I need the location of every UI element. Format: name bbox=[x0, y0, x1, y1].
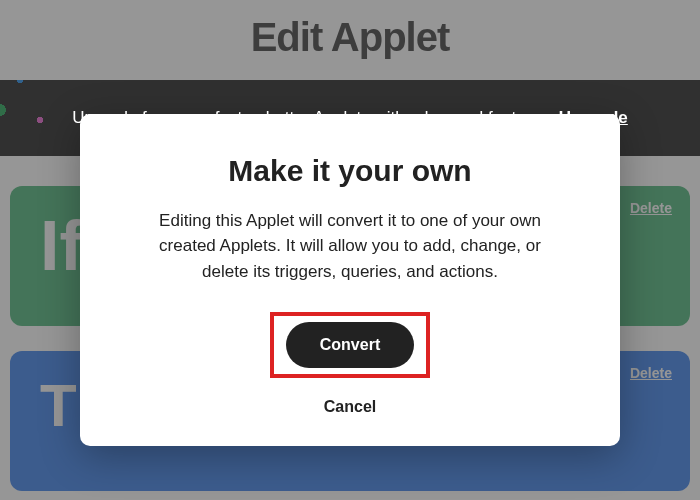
convert-highlight: Convert bbox=[270, 312, 430, 378]
modal-title: Make it your own bbox=[130, 154, 570, 188]
cancel-button[interactable]: Cancel bbox=[324, 398, 376, 416]
upgrade-link[interactable]: Upgrade bbox=[559, 108, 628, 127]
modal-description: Editing this Applet will convert it to o… bbox=[130, 208, 570, 285]
convert-button[interactable]: Convert bbox=[286, 322, 414, 368]
convert-modal: Make it your own Editing this Applet wil… bbox=[80, 114, 620, 447]
upgrade-banner-text: Upgrade for more, faster, better Applets… bbox=[72, 108, 559, 127]
modal-overlay: Make it your own Editing this Applet wil… bbox=[0, 0, 700, 500]
